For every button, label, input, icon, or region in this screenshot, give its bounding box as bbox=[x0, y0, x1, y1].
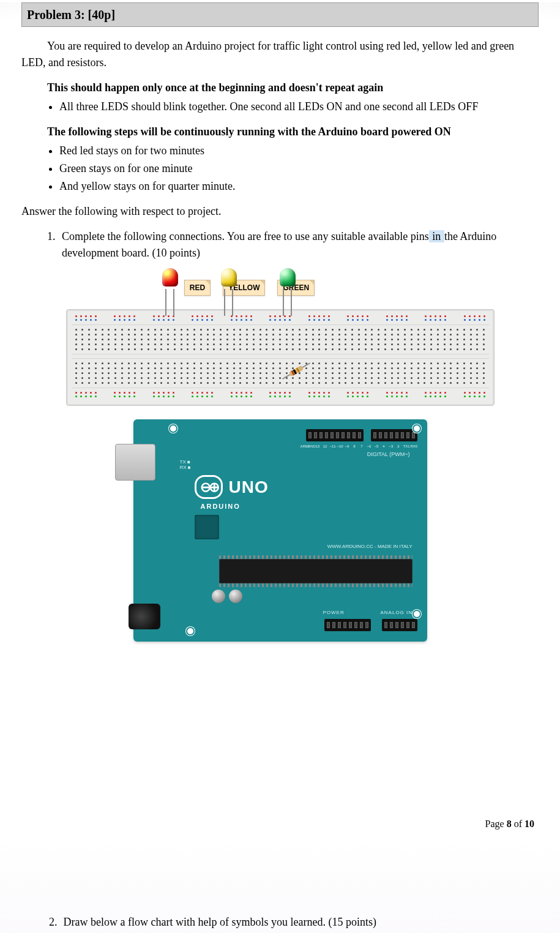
analog-label: ANALOG IN bbox=[381, 609, 419, 616]
breadboard bbox=[66, 309, 495, 406]
green-led-icon bbox=[280, 268, 296, 293]
made-in-label: WWW.ARDUINO.CC - MADE IN ITALY bbox=[146, 543, 413, 550]
tx-label: TX bbox=[180, 459, 186, 465]
pin-header-icon bbox=[306, 429, 364, 441]
list-item: Red led stays on for two minutes bbox=[59, 143, 539, 159]
document-page: Problem 3: [40p] You are required to dev… bbox=[0, 2, 560, 933]
intro-paragraph: You are required to develop an Arduino p… bbox=[21, 38, 539, 71]
leds-on-board bbox=[162, 268, 296, 293]
bottom-pin-row: POWER ANALOG IN bbox=[146, 609, 419, 633]
question-list: Complete the following connections. You … bbox=[58, 228, 539, 261]
list-item: And yellow stays on for quarter minute. bbox=[59, 178, 539, 195]
rail-bot-2 bbox=[75, 395, 485, 397]
infinity-icon: ⊖⊕ bbox=[195, 475, 223, 499]
mounting-hole-icon bbox=[187, 628, 193, 634]
once-heading: This should happen only once at the begi… bbox=[47, 80, 539, 96]
top-pin-labels: AREFGND1312~11~10~987~6~54~32TX1RX0 bbox=[146, 444, 416, 449]
smd-chip-icon bbox=[195, 515, 219, 539]
mcu-chip-icon bbox=[219, 559, 413, 583]
page-number: Page 8 of 10 bbox=[485, 817, 534, 831]
barrel-jack-icon bbox=[129, 604, 160, 629]
power-label: POWER bbox=[323, 609, 372, 616]
problem-title: Problem 3: [40p] bbox=[27, 8, 115, 21]
circuit-diagram: RED YELLOW GREEN bbox=[61, 280, 499, 642]
rx-label: RX bbox=[180, 465, 187, 470]
pin-header-icon bbox=[382, 619, 417, 631]
brand-label: ARDUINO bbox=[201, 501, 419, 512]
question-1: Complete the following connections. You … bbox=[58, 228, 539, 261]
question-2: 2.Draw below a flow chart with help of s… bbox=[49, 914, 376, 931]
usb-port-icon bbox=[115, 444, 155, 481]
arduino-board: AREFGND1312~11~10~987~6~54~32TX1RX0 DIGI… bbox=[133, 419, 427, 642]
rail-top-2 bbox=[75, 319, 485, 321]
list-item: All three LEDS should blink together. On… bbox=[59, 99, 539, 115]
board-name: UNO bbox=[229, 474, 269, 500]
loop-list: Red led stays on for two minutes Green s… bbox=[59, 143, 539, 195]
list-item: Green stays on for one minute bbox=[59, 160, 539, 177]
answer-prompt: Answer the following with respect to pro… bbox=[21, 203, 539, 220]
pin-header-icon bbox=[324, 619, 371, 631]
mounting-hole-icon bbox=[414, 611, 420, 617]
yellow-led-icon bbox=[221, 268, 237, 293]
q2-text: Draw below a flow chart with help of sym… bbox=[64, 916, 376, 928]
mounting-hole-icon bbox=[170, 425, 176, 432]
capacitors-icon bbox=[212, 590, 419, 603]
arduino-logo: ⊖⊕ UNO bbox=[195, 474, 419, 500]
rail-bot-1 bbox=[75, 392, 485, 394]
loop-heading: The following steps will be continuously… bbox=[47, 124, 539, 140]
q2-number: 2. bbox=[49, 916, 58, 928]
field-top bbox=[72, 324, 489, 354]
mounting-hole-icon bbox=[414, 425, 420, 432]
txrx-labels: TX ■ RX ■ bbox=[180, 459, 419, 471]
once-list: All three LEDS should blink together. On… bbox=[59, 99, 539, 115]
field-bot bbox=[72, 358, 489, 388]
red-led-icon bbox=[162, 268, 178, 293]
digital-label: DIGITAL (PWM~) bbox=[146, 451, 410, 459]
pin-header-icon bbox=[371, 429, 417, 441]
problem-header: Problem 3: [40p] bbox=[21, 2, 539, 27]
q1-text-pre: Complete the following connections. You … bbox=[62, 230, 429, 242]
q1-highlight: in bbox=[429, 230, 444, 242]
digital-pin-row bbox=[146, 428, 419, 443]
